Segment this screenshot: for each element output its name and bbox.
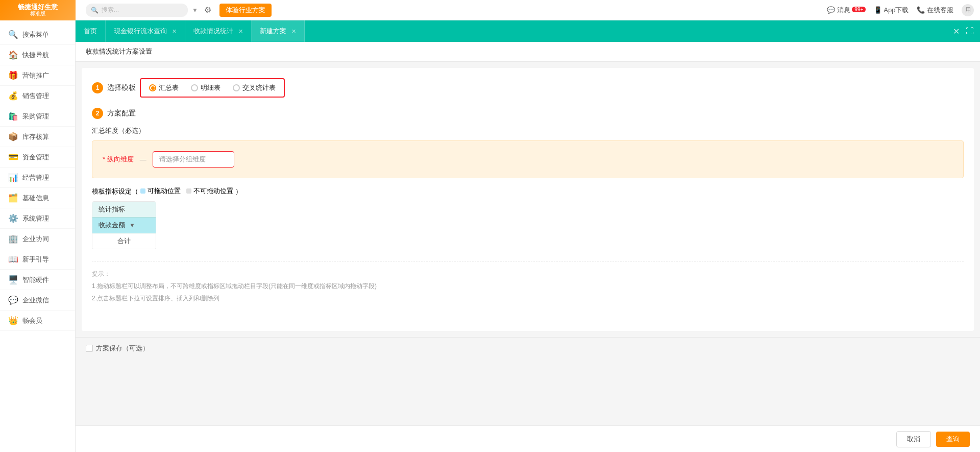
tab-new-plan-close-icon[interactable]: ✕ bbox=[291, 28, 296, 35]
metrics-col-header[interactable]: 收款金额 ▼ bbox=[92, 218, 156, 233]
member-icon: 👑 bbox=[8, 316, 18, 325]
search-menu-icon: 🔍 bbox=[8, 30, 18, 39]
sidebar-item-basic-info[interactable]: 🗂️ 基础信息 bbox=[0, 188, 75, 208]
sidebar-item-enterprise[interactable]: 🏢 企业协同 bbox=[0, 229, 75, 249]
dimension-row: * 纵向维度 — 请选择分组维度 bbox=[103, 151, 953, 168]
settings-icon[interactable]: ⚙ bbox=[204, 5, 211, 15]
bottom-actions: 取消 查询 bbox=[76, 425, 980, 452]
sidebar: 🔍 搜索菜单 🏠 快捷导航 🎁 营销推广 💰 销售管理 🛍️ 采购管理 📦 库存… bbox=[0, 20, 76, 452]
sidebar-item-sales[interactable]: 💰 销售管理 bbox=[0, 86, 75, 106]
sidebar-item-system[interactable]: ⚙️ 系统管理 bbox=[0, 208, 75, 229]
legend-non-draggable: 不可拖动位置 bbox=[186, 186, 233, 196]
download-item[interactable]: 📱 App下载 bbox=[874, 6, 909, 15]
sidebar-item-search-menu[interactable]: 🔍 搜索菜单 bbox=[0, 25, 75, 45]
sidebar-item-label: 营销推广 bbox=[22, 71, 49, 80]
metrics-group-label: 统计指标 bbox=[99, 205, 125, 214]
metrics-title-text: 模板指标设定（ bbox=[92, 187, 138, 195]
query-button[interactable]: 查询 bbox=[936, 432, 970, 447]
dimension-title-text: 汇总维度（必选） bbox=[92, 127, 145, 134]
sidebar-item-guide[interactable]: 📖 新手引导 bbox=[0, 249, 75, 270]
metrics-group-header: 统计指标 bbox=[92, 202, 156, 218]
step1-title: 选择模板 bbox=[107, 83, 136, 92]
message-icon: 💬 bbox=[827, 6, 835, 14]
dropdown-arrow-icon[interactable]: ▼ bbox=[192, 7, 198, 14]
draggable-legend-icon bbox=[140, 188, 145, 194]
metrics-section: 模板指标设定（ 可拖动位置 不可拖动位置 ） bbox=[92, 186, 964, 311]
sidebar-item-purchase[interactable]: 🛍️ 采购管理 bbox=[0, 106, 75, 127]
sidebar-item-finance[interactable]: 💳 资金管理 bbox=[0, 147, 75, 168]
sidebar-item-quick-nav[interactable]: 🏠 快捷导航 bbox=[0, 45, 75, 65]
metrics-col-label: 收款金额 bbox=[99, 221, 125, 230]
tab-home-label: 首页 bbox=[84, 27, 97, 36]
quick-nav-icon: 🏠 bbox=[8, 50, 18, 60]
hint-title: 提示： bbox=[92, 270, 110, 277]
enterprise-icon: 🏢 bbox=[8, 234, 18, 244]
sidebar-item-label: 库存核算 bbox=[22, 132, 49, 141]
sidebar-item-wechat[interactable]: 💬 企业微信 bbox=[0, 290, 75, 311]
main-area: 首页 现金银行流水查询 ✕ 收款情况统计 ✕ 新建方案 ✕ ✕ ⛶ 收 bbox=[76, 20, 980, 452]
dimension-section-title: 汇总维度（必选） bbox=[92, 126, 964, 135]
vertical-dimension-label: * 纵向维度 bbox=[103, 155, 134, 164]
dimension-arrow-icon: — bbox=[140, 156, 146, 163]
tab-bank-label: 现金银行流水查询 bbox=[114, 27, 167, 36]
tab-new-plan[interactable]: 新建方案 ✕ bbox=[252, 20, 305, 42]
dimension-config: 汇总维度（必选） * 纵向维度 — 请选择分组维度 bbox=[92, 126, 964, 178]
step2-number: 2 bbox=[92, 108, 103, 119]
page-content: 收款情况统计方案设置 1 选择模板 汇总表 bbox=[76, 42, 980, 425]
legend-draggable: 可拖动位置 bbox=[140, 186, 181, 196]
tab-bank[interactable]: 现金银行流水查询 ✕ bbox=[106, 20, 185, 42]
top-search[interactable]: 🔍 搜索... bbox=[86, 4, 188, 17]
top-bar: 畅捷通好生意 标准版 🔍 搜索... ▼ ⚙ 体验行业方案 💬 消息 99+ 📱… bbox=[0, 0, 980, 20]
smart-hw-icon: 🖥️ bbox=[8, 275, 18, 284]
sidebar-item-label: 销售管理 bbox=[22, 91, 49, 101]
sidebar-item-label: 经营管理 bbox=[22, 173, 49, 182]
tab-collection-close-icon[interactable]: ✕ bbox=[238, 28, 243, 35]
dimension-select[interactable]: 请选择分组维度 bbox=[153, 151, 234, 168]
service-item[interactable]: 📞 在线客服 bbox=[917, 6, 953, 15]
message-item[interactable]: 💬 消息 99+ bbox=[827, 6, 866, 15]
template-selection: 汇总表 明细表 交叉统计表 bbox=[140, 78, 285, 98]
radio-summary-icon bbox=[149, 84, 156, 91]
template-summary[interactable]: 汇总表 bbox=[149, 83, 179, 92]
hint-section: 提示： 1.拖动标题栏可以调整布局，不可跨维度或指标区域拖动栏目字段(只能在同一… bbox=[92, 261, 964, 311]
tab-collection-label: 收款情况统计 bbox=[193, 27, 233, 36]
sidebar-item-label: 智能硬件 bbox=[22, 275, 49, 284]
sidebar-item-label: 畅会员 bbox=[22, 316, 42, 325]
tab-close-window-icon[interactable]: ✕ bbox=[953, 27, 960, 36]
tab-home[interactable]: 首页 bbox=[76, 20, 106, 42]
sidebar-item-label: 基础信息 bbox=[22, 194, 49, 203]
user-avatar[interactable]: 用 bbox=[962, 4, 974, 16]
download-icon: 📱 bbox=[874, 6, 882, 14]
step2-section: 2 方案配置 汇总维度（必选） * 纵向维度 — bbox=[92, 108, 964, 311]
sidebar-item-member[interactable]: 👑 畅会员 bbox=[0, 311, 75, 331]
system-icon: ⚙️ bbox=[8, 213, 18, 223]
sidebar-item-marketing[interactable]: 🎁 营销推广 bbox=[0, 65, 75, 86]
sidebar-item-operations[interactable]: 📊 经营管理 bbox=[0, 168, 75, 188]
tab-bar: 首页 现金银行流水查询 ✕ 收款情况统计 ✕ 新建方案 ✕ ✕ ⛶ bbox=[76, 20, 980, 42]
dimension-select-placeholder: 请选择分组维度 bbox=[159, 155, 206, 163]
draggable-legend-label: 可拖动位置 bbox=[148, 186, 181, 196]
step2-header: 2 方案配置 bbox=[92, 108, 964, 119]
template-summary-label: 汇总表 bbox=[159, 83, 179, 92]
cancel-button[interactable]: 取消 bbox=[896, 431, 931, 447]
radio-crosstab-icon bbox=[233, 84, 240, 91]
tab-bank-close-icon[interactable]: ✕ bbox=[172, 28, 177, 35]
template-crosstab[interactable]: 交叉统计表 bbox=[233, 83, 276, 92]
page-title: 收款情况统计方案设置 bbox=[86, 47, 152, 55]
logo-main: 畅捷通好生意 bbox=[18, 3, 58, 11]
sidebar-item-smart-hw[interactable]: 🖥️ 智能硬件 bbox=[0, 270, 75, 290]
tab-maximize-icon[interactable]: ⛶ bbox=[966, 27, 974, 36]
guide-icon: 📖 bbox=[8, 254, 18, 264]
col-dropdown-icon[interactable]: ▼ bbox=[129, 222, 135, 229]
tab-collection[interactable]: 收款情况统计 ✕ bbox=[185, 20, 252, 42]
metrics-total-label: 合计 bbox=[117, 237, 131, 245]
logo: 畅捷通好生意 标准版 bbox=[0, 0, 76, 20]
template-crosstab-label: 交叉统计表 bbox=[242, 83, 276, 92]
template-detail[interactable]: 明细表 bbox=[191, 83, 220, 92]
top-bar-right: 💬 消息 99+ 📱 App下载 📞 在线客服 用 bbox=[827, 4, 974, 16]
save-checkbox[interactable] bbox=[86, 345, 93, 352]
template-detail-label: 明细表 bbox=[201, 83, 220, 92]
trial-button[interactable]: 体验行业方案 bbox=[219, 4, 272, 17]
sidebar-item-inventory[interactable]: 📦 库存核算 bbox=[0, 127, 75, 147]
sidebar-item-label: 快捷导航 bbox=[22, 51, 49, 60]
